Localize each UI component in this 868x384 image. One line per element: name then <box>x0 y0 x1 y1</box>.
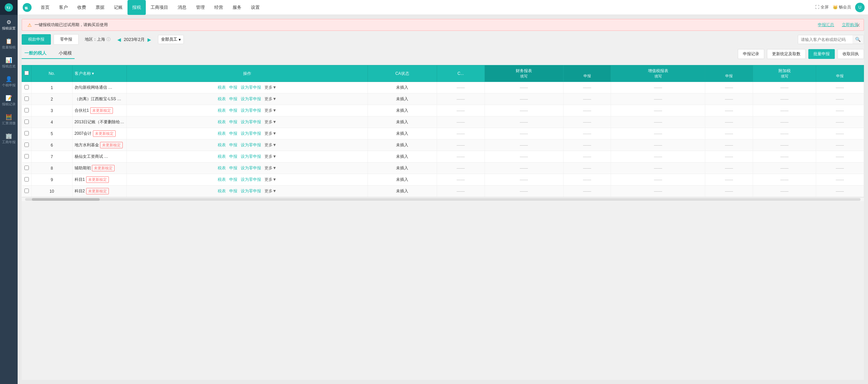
op-declare[interactable]: 申报 <box>229 143 237 147</box>
op-tax-table[interactable]: 税表 <box>218 154 226 159</box>
row-checkbox[interactable] <box>24 120 29 124</box>
sidebar-item-tax-settings[interactable]: ⚙ 报税设置 <box>0 15 18 34</box>
op-more[interactable]: 更多▼ <box>264 189 277 193</box>
row-checkbox[interactable] <box>24 131 29 135</box>
select-all-checkbox[interactable] <box>24 71 29 75</box>
op-declare[interactable]: 申报 <box>229 189 237 193</box>
row-ca-status: 未插入 <box>368 151 437 163</box>
op-declare[interactable]: 申报 <box>229 154 237 159</box>
op-declare[interactable]: 申报 <box>229 85 237 90</box>
op-tax-table[interactable]: 税表 <box>218 97 226 101</box>
user-avatar[interactable]: U <box>855 3 865 12</box>
record-button[interactable]: 申报记录 <box>738 49 764 59</box>
report-summary-link[interactable]: 申报汇总 <box>818 22 834 28</box>
op-declare[interactable]: 申报 <box>229 120 237 124</box>
op-more[interactable]: 更多▼ <box>264 120 277 124</box>
op-tax-table[interactable]: 税表 <box>218 143 226 147</box>
op-zero-declare[interactable]: 设为零申报 <box>241 85 261 90</box>
nav-item-billing[interactable]: 收费 <box>73 0 91 15</box>
op-zero-declare[interactable]: 设为零申报 <box>241 166 261 170</box>
fullscreen-button[interactable]: ⛶ 全屏 <box>815 4 828 10</box>
app-logo: TJ <box>0 0 18 15</box>
batch-declare-button[interactable]: 批量申报 <box>808 49 835 59</box>
notice-close-button[interactable]: ✕ <box>856 22 860 28</box>
collect-button[interactable]: 收取回执 <box>837 49 864 59</box>
next-month-button[interactable]: ▶ <box>146 37 153 42</box>
row-checkbox[interactable] <box>24 85 29 89</box>
op-declare[interactable]: 申报 <box>229 166 237 170</box>
row-checkbox[interactable] <box>24 166 29 170</box>
op-declare[interactable]: 申报 <box>229 97 237 101</box>
sidebar-item-records[interactable]: 📝 报税记录 <box>0 91 18 110</box>
op-more[interactable]: 更多▼ <box>264 166 277 170</box>
op-zero-declare[interactable]: 设为零申报 <box>241 177 261 182</box>
nav-item-messages[interactable]: 消息 <box>173 0 191 15</box>
row-no: 1 <box>32 82 73 93</box>
row-checkbox[interactable] <box>24 177 29 182</box>
nav-item-bookkeeping[interactable]: 记账 <box>109 0 127 15</box>
op-zero-declare[interactable]: 设为零申报 <box>241 108 261 113</box>
topnav-left: 畅 首页 客户 收费 票据 记账 报税 工商项目 消息 管理 经营 服务 设置 <box>21 0 264 15</box>
row-ca-sub: —— <box>437 116 485 128</box>
nav-item-operation[interactable]: 经营 <box>210 0 228 15</box>
op-zero-declare[interactable]: 设为零申报 <box>241 131 261 136</box>
update-button[interactable]: 更新统定及取数 <box>767 49 806 59</box>
row-checkbox[interactable] <box>24 189 29 193</box>
op-zero-declare[interactable]: 设为零申报 <box>241 143 261 147</box>
op-declare[interactable]: 申报 <box>229 131 237 136</box>
sidebar-item-annual[interactable]: 🏢 工商年报 <box>0 129 18 148</box>
row-checkbox-cell <box>22 151 32 163</box>
op-tax-table[interactable]: 税表 <box>218 108 226 113</box>
nav-item-service[interactable]: 服务 <box>228 0 246 15</box>
tab-tax-declaration[interactable]: 税款申报 <box>22 34 51 45</box>
row-checkbox-cell <box>22 128 32 140</box>
op-tax-table[interactable]: 税表 <box>218 189 226 193</box>
op-more[interactable]: 更多▼ <box>264 131 277 136</box>
sub-tab-general[interactable]: 一般的税人 <box>22 48 49 59</box>
sidebar-item-batch-tax[interactable]: 📋 批量报税 <box>0 34 18 53</box>
nav-item-invoice[interactable]: 票据 <box>91 0 109 15</box>
row-checkbox[interactable] <box>24 108 29 112</box>
op-declare[interactable]: 申报 <box>229 108 237 113</box>
op-zero-declare[interactable]: 设为零申报 <box>241 97 261 101</box>
table-row: 6 地方水利基金 未更新核定 税表 申报 设为零申报 更多▼ 未插入 —— ——… <box>22 140 864 151</box>
op-declare[interactable]: 申报 <box>229 177 237 182</box>
op-tax-table[interactable]: 税表 <box>218 131 226 136</box>
row-no: 5 <box>32 128 73 140</box>
op-more[interactable]: 更多▼ <box>264 143 277 147</box>
nav-item-tax[interactable]: 报税 <box>127 0 146 15</box>
search-input[interactable] <box>798 36 852 44</box>
op-zero-declare[interactable]: 设为零申报 <box>241 189 261 193</box>
op-zero-declare[interactable]: 设为零申报 <box>241 154 261 159</box>
op-tax-table[interactable]: 税表 <box>218 120 226 124</box>
region-info-icon[interactable]: ⓘ <box>106 37 111 42</box>
row-checkbox[interactable] <box>24 97 29 101</box>
member-button[interactable]: 👑 畅会员 <box>833 4 851 10</box>
op-tax-table[interactable]: 税表 <box>218 85 226 90</box>
op-tax-table[interactable]: 税表 <box>218 166 226 170</box>
sidebar-item-overview[interactable]: 📊 报税总览 <box>0 53 18 72</box>
sidebar-item-personal-tax[interactable]: 👤 个税申报 <box>0 72 18 91</box>
search-button[interactable]: 🔍 <box>852 35 864 44</box>
op-more[interactable]: 更多▼ <box>264 154 277 159</box>
sub-tab-small[interactable]: 小规模 <box>56 48 75 59</box>
horizontal-scrollbar[interactable] <box>22 197 864 201</box>
op-more[interactable]: 更多▼ <box>264 177 277 182</box>
nav-item-client[interactable]: 客户 <box>54 0 73 15</box>
staff-select[interactable]: 全部员工 ▾ <box>158 35 184 44</box>
op-more[interactable]: 更多▼ <box>264 85 277 90</box>
op-more[interactable]: 更多▼ <box>264 108 277 113</box>
nav-item-home[interactable]: 首页 <box>36 0 54 15</box>
tab-zero-declaration[interactable]: 零申报 <box>54 34 79 45</box>
prev-month-button[interactable]: ◀ <box>116 37 122 42</box>
op-tax-table[interactable]: 税表 <box>218 177 226 182</box>
nav-item-management[interactable]: 管理 <box>191 0 210 15</box>
op-zero-declare[interactable]: 设为零申报 <box>241 120 261 124</box>
nav-item-commerce[interactable]: 工商项目 <box>146 0 173 15</box>
row-checkbox[interactable] <box>24 154 29 158</box>
nav-item-settings[interactable]: 设置 <box>246 0 264 15</box>
sidebar-item-settlement[interactable]: 🧮 汇算清缴 <box>0 110 18 129</box>
row-checkbox[interactable] <box>24 143 29 147</box>
scrollbar-thumb[interactable] <box>32 198 100 201</box>
op-more[interactable]: 更多▼ <box>264 97 277 101</box>
